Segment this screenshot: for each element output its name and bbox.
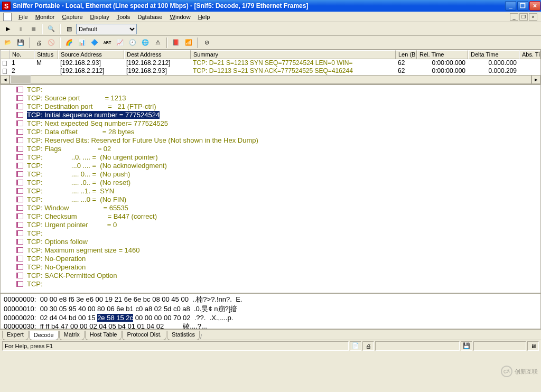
- decode-line[interactable]: TCP:: [1, 279, 540, 288]
- hex-row[interactable]: 00000030: ff ff b4 47 00 00 02 04 05 b4 …: [4, 322, 537, 329]
- page-icon: [16, 222, 23, 228]
- history-button[interactable]: 🕗: [127, 37, 138, 49]
- decode-line[interactable]: TCP: .... ...0 = (No FIN): [1, 195, 540, 203]
- tab-statistics[interactable]: Statistics: [167, 331, 200, 340]
- flag-checkbox[interactable]: [3, 69, 7, 74]
- decode-line[interactable]: TCP: Flags = 02: [1, 144, 540, 153]
- global-stats-button[interactable]: 🌐: [139, 37, 151, 49]
- scroll-track[interactable]: [10, 75, 531, 84]
- table-row[interactable]: 1M[192.168.2.93][192.168.2.212]TCP: D=21…: [1, 59, 540, 67]
- decode-line[interactable]: TCP: ...0 .... = (No acknowledgment): [1, 161, 540, 170]
- menu-display[interactable]: Display: [87, 13, 113, 21]
- col-flag[interactable]: [1, 50, 10, 59]
- hex-row[interactable]: 00000000: 00 00 e8 f6 3e e6 00 19 21 6e …: [4, 295, 537, 304]
- close-button[interactable]: ×: [529, 1, 540, 11]
- decode-line[interactable]: TCP: Maximum segment size = 1460: [1, 246, 540, 254]
- col-dest[interactable]: Dest Address: [124, 50, 191, 59]
- grid-hscroll[interactable]: ◂ ▸: [1, 75, 540, 84]
- switch-button[interactable]: 📶: [183, 37, 194, 49]
- menu-tools[interactable]: Tools: [113, 13, 134, 21]
- col-status[interactable]: Status: [34, 50, 58, 59]
- open-button[interactable]: 📂: [2, 37, 14, 49]
- menu-monitor[interactable]: Monitor: [32, 13, 59, 21]
- decode-line[interactable]: TCP:: [1, 85, 540, 94]
- decode-line[interactable]: TCP: Data offset = 28 bytes: [1, 127, 540, 136]
- options-button[interactable]: ⊘: [201, 37, 212, 49]
- status-icon-3[interactable]: 💾: [461, 341, 472, 351]
- tab-matrix[interactable]: Matrix: [59, 331, 85, 340]
- scroll-left-button[interactable]: ◂: [1, 75, 10, 84]
- pause-button[interactable]: ⏸: [15, 23, 26, 35]
- host-table-button[interactable]: 📊: [76, 37, 88, 49]
- mdi-close-button[interactable]: ×: [529, 13, 537, 21]
- decode-line[interactable]: TCP: No-Operation: [1, 254, 540, 263]
- matrix-button[interactable]: 🔷: [89, 37, 100, 49]
- table-row[interactable]: 2[192.168.2.212][192.168.2.93]TCP: D=121…: [1, 67, 540, 75]
- tab-host-table[interactable]: Host Table: [85, 331, 122, 340]
- decode-line[interactable]: TCP:: [1, 229, 540, 237]
- dashboard-button[interactable]: 🌈: [63, 37, 75, 49]
- minimize-button[interactable]: _: [505, 1, 516, 11]
- decode-line[interactable]: TCP: Window = 65535: [1, 203, 540, 212]
- decode-line[interactable]: TCP: ..0. .... = (No urgent pointer): [1, 153, 540, 161]
- stop-button[interactable]: ◼: [27, 23, 39, 35]
- document-icon[interactable]: [3, 13, 12, 21]
- decode-line[interactable]: TCP: No-Operation: [1, 263, 540, 271]
- scroll-right-button[interactable]: ▸: [531, 75, 540, 84]
- separator: [166, 38, 167, 48]
- menu-database[interactable]: Database: [134, 13, 166, 21]
- art-button[interactable]: ART: [101, 37, 113, 49]
- flag-checkbox[interactable]: [3, 61, 7, 66]
- binoculars-button[interactable]: 🔍: [45, 23, 57, 35]
- decode-line[interactable]: TCP: Checksum = B447 (correct): [1, 212, 540, 220]
- menu-window[interactable]: Window: [166, 13, 194, 21]
- status-icon-1[interactable]: 📄: [350, 341, 361, 351]
- print-button[interactable]: 🖨: [33, 37, 44, 49]
- col-deltatime[interactable]: Delta Time: [468, 50, 519, 59]
- decode-line[interactable]: TCP: .... ..1. = SYN: [1, 186, 540, 195]
- hex-pane[interactable]: 00000000: 00 00 e8 f6 3e e6 00 19 21 6e …: [0, 293, 541, 329]
- decode-line[interactable]: TCP: Options follow: [1, 237, 540, 246]
- tab-expert[interactable]: Expert: [2, 331, 29, 340]
- decode-line[interactable]: TCP: .... .0.. = (No reset): [1, 178, 540, 186]
- page-icon: [16, 197, 23, 202]
- decode-line[interactable]: TCP: Reserved Bits: Reserved for Future …: [1, 136, 540, 144]
- decode-pane[interactable]: TCP:TCP: Source port = 1213TCP: Destinat…: [0, 85, 541, 293]
- decode-line[interactable]: TCP: Source port = 1213: [1, 94, 540, 102]
- decode-line[interactable]: TCP: SACK-Permitted Option: [1, 271, 540, 279]
- filter-select[interactable]: Default: [76, 24, 137, 34]
- decode-line[interactable]: TCP: Next expected Seq number= 777524525: [1, 119, 540, 127]
- play-button[interactable]: ▶: [2, 23, 14, 35]
- hex-row[interactable]: 00000010: 00 30 05 95 40 00 80 06 6e b1 …: [4, 304, 537, 314]
- menu-file[interactable]: File: [15, 13, 32, 21]
- decode-line[interactable]: TCP: .... 0... = (No push): [1, 170, 540, 178]
- col-len[interactable]: Len (B: [396, 50, 417, 59]
- scroll-thumb[interactable]: [10, 76, 31, 83]
- col-source[interactable]: Source Address: [58, 50, 124, 59]
- protocol-dist-button[interactable]: 📈: [114, 37, 126, 49]
- col-abstime[interactable]: Abs. Time: [519, 50, 540, 59]
- menu-capture[interactable]: Capture: [58, 13, 86, 21]
- decode-line[interactable]: TCP: Urgent pointer = 0: [1, 220, 540, 229]
- address-book-button[interactable]: 📕: [170, 37, 182, 49]
- status-slot-1: [375, 341, 460, 351]
- toolbar-main: 📂 💾 🖨 🚫 🌈 📊 🔷 ART 📈 🕗 🌐 ⚠ 📕 📶 ⊘: [0, 36, 541, 50]
- status-icon-4[interactable]: 🖥: [527, 341, 539, 351]
- save-button[interactable]: 💾: [15, 37, 26, 49]
- menu-help[interactable]: Help: [194, 13, 214, 21]
- mdi-restore-button[interactable]: ❐: [519, 13, 528, 21]
- hex-row[interactable]: 00000020: 02 d4 04 bd 00 15 2e 58 15 2c …: [4, 314, 537, 322]
- decode-line[interactable]: TCP: Initial sequence number = 777524524: [1, 110, 540, 119]
- tab-decode[interactable]: Decode: [29, 331, 59, 340]
- alarm-log-button[interactable]: ⚠: [152, 37, 164, 49]
- col-reltime[interactable]: Rel. Time: [417, 50, 468, 59]
- col-summary[interactable]: Summary: [191, 50, 396, 59]
- col-no[interactable]: No.: [10, 50, 34, 59]
- mdi-minimize-button[interactable]: _: [510, 13, 518, 21]
- decode-line[interactable]: TCP: Destination port = 21 (FTP-ctrl): [1, 102, 540, 110]
- tab-protocol-dist-[interactable]: Protocol Dist.: [122, 331, 166, 340]
- maximize-button[interactable]: ❐: [517, 1, 528, 11]
- define-filter-button[interactable]: ▧: [63, 23, 75, 35]
- abort-print-button[interactable]: 🚫: [45, 37, 57, 49]
- status-icon-2[interactable]: 🖨: [362, 341, 374, 351]
